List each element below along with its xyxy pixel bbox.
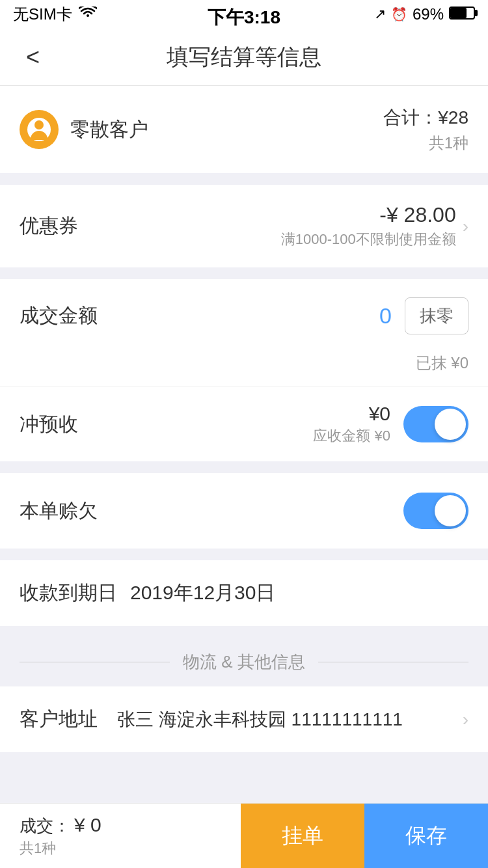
debt-section: 本单赊欠 (0, 473, 488, 549)
debt-toggle-knob (435, 495, 466, 526)
location-icon: ↗ (374, 6, 386, 23)
avatar (20, 110, 59, 149)
chevron-right-icon: › (463, 216, 468, 237)
back-button[interactable]: < (20, 37, 46, 77)
address-chevron-icon: › (463, 709, 468, 730)
coupon-desc: 满1000-100不限制使用金额 (281, 230, 456, 249)
due-date-value: 2019年12月30日 (130, 580, 275, 606)
deal-amount-section: 成交金额 0 抹零 已抹 ¥0 冲预收 ¥0 应收金额 ¥0 (0, 279, 488, 461)
precollect-toggle[interactable] (403, 406, 468, 442)
round-off-button[interactable]: 抹零 (405, 297, 468, 334)
precollect-label: 冲预收 (20, 411, 78, 438)
total-count: 共1种 (383, 133, 468, 154)
address-value: 张三 海淀永丰科技园 11111111111 (117, 707, 463, 732)
precollect-row: 冲预收 ¥0 应收金额 ¥0 (0, 387, 488, 461)
divider-line-left (20, 662, 170, 662)
debt-toggle[interactable] (403, 493, 468, 529)
due-date-label: 收款到期日 (20, 580, 117, 606)
toggle-knob (435, 409, 466, 440)
status-bar-right: ↗ ⏰ 69% (374, 5, 475, 23)
hang-order-button[interactable]: 挂单 (241, 804, 364, 868)
coupon-section: 优惠券 -¥ 28.00 满1000-100不限制使用金额 › (0, 185, 488, 267)
save-button[interactable]: 保存 (364, 804, 488, 868)
content: 零散客户 合计：¥28 共1种 优惠券 -¥ 28.00 满1000-100不限… (0, 86, 488, 842)
address-label: 客户地址 (20, 706, 98, 733)
battery-percent: 69% (413, 5, 444, 23)
customer-name: 零散客户 (70, 116, 148, 143)
deal-amount-label: 成交金额 (20, 303, 98, 329)
precollect-amount: ¥0 (313, 403, 390, 425)
customer-total: 合计：¥28 共1种 (383, 105, 468, 154)
deal-sub-text: 已抹 ¥0 (0, 353, 488, 387)
status-bar-left: 无SIM卡 (13, 4, 97, 25)
wifi-icon (79, 5, 97, 23)
alarm-icon: ⏰ (391, 7, 407, 22)
precollect-right: ¥0 应收金额 ¥0 (313, 403, 468, 446)
coupon-amount: -¥ 28.00 (281, 203, 456, 227)
debt-label: 本单赊欠 (20, 498, 98, 524)
bottom-bar: 成交： ¥ 0 共1种 挂单 保存 (0, 803, 488, 868)
coupon-value: -¥ 28.00 满1000-100不限制使用金额 (281, 203, 456, 249)
address-section[interactable]: 客户地址 张三 海淀永丰科技园 11111111111 › (0, 686, 488, 752)
page-title: 填写结算等信息 (167, 42, 321, 72)
coupon-row[interactable]: 优惠券 -¥ 28.00 满1000-100不限制使用金额 › (0, 185, 488, 267)
avatar-icon (27, 118, 51, 141)
precollect-values: ¥0 应收金额 ¥0 (313, 403, 390, 446)
precollect-sub: 应收金额 ¥0 (313, 426, 390, 446)
status-bar: 无SIM卡 下午3:18 ↗ ⏰ 69% (0, 0, 488, 29)
nav-bar: < 填写结算等信息 (0, 29, 488, 86)
divider-line-right (318, 662, 468, 662)
bottom-deal-label: 成交： (20, 815, 70, 837)
deal-amount-row: 成交金额 0 抹零 (0, 279, 488, 353)
status-time: 下午3:18 (208, 5, 280, 30)
logistics-text: 物流 & 其他信息 (183, 651, 305, 673)
battery-icon (449, 5, 475, 23)
logistics-divider: 物流 & 其他信息 (0, 638, 488, 686)
coupon-label: 优惠券 (20, 213, 78, 239)
total-amount: 合计：¥28 (383, 105, 468, 130)
deal-amount-right: 0 抹零 (379, 297, 468, 334)
due-date-section: 收款到期日 2019年12月30日 (0, 560, 488, 626)
bottom-count: 共1种 (20, 839, 221, 858)
coupon-right: -¥ 28.00 满1000-100不限制使用金额 › (281, 203, 468, 249)
carrier-label: 无SIM卡 (13, 4, 72, 25)
deal-amount-value: 0 (379, 303, 392, 329)
customer-row: 零散客户 合计：¥28 共1种 (0, 86, 488, 173)
bottom-summary: 成交： ¥ 0 共1种 (0, 804, 241, 868)
bottom-deal-amount: ¥ 0 (74, 814, 102, 836)
customer-info: 零散客户 (20, 110, 148, 149)
